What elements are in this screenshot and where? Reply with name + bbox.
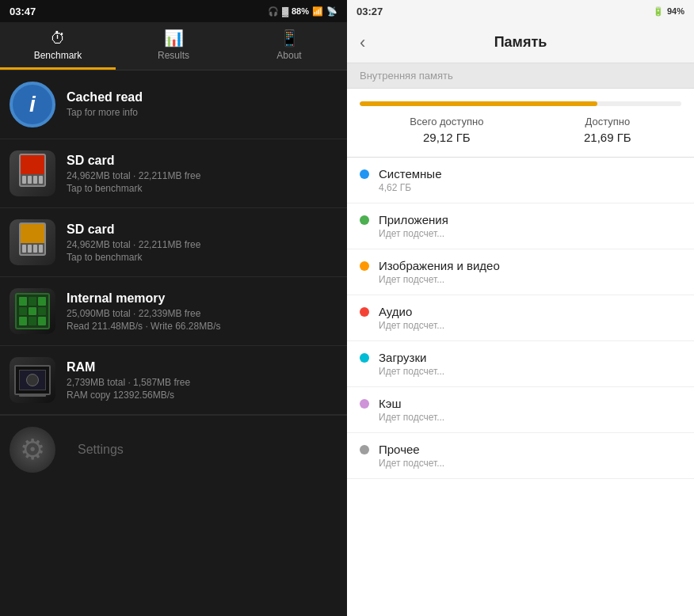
storage-item-name-cache: Кэш: [379, 397, 401, 410]
sd1-icon: [10, 150, 55, 196]
sd1-title: SD card: [67, 154, 337, 168]
ram-info: RAM 2,739MB total · 1,587MB free RAM cop…: [67, 360, 337, 401]
storage-item-name-images: Изображения и видео: [379, 259, 500, 272]
ram-subtitle: 2,739MB total · 1,587MB free: [67, 377, 337, 388]
internal-icon: [10, 288, 55, 334]
headphone-icon: 🎧: [268, 6, 279, 17]
storage-item-sub-images: Идет подсчет...: [379, 274, 681, 285]
bench-item-ram[interactable]: RAM 2,739MB total · 1,587MB free RAM cop…: [0, 346, 347, 415]
cached-read-subtitle: Tap for more info: [67, 107, 337, 118]
dot-downloads: [360, 353, 369, 363]
ram-action: RAM copy 12392.56MB/s: [67, 390, 337, 401]
settings-icon-container: ⚙: [10, 427, 55, 473]
back-button[interactable]: ‹: [360, 32, 365, 53]
tab-benchmark-label: Benchmark: [34, 50, 82, 61]
storage-bar-fill: [360, 101, 597, 106]
info-icon: i: [10, 82, 55, 127]
left-status-icons: 🎧 ▓ 88% 📶 📡: [268, 6, 337, 17]
storage-item-sub-other: Идет подсчет...: [379, 458, 681, 469]
storage-item-name-system: Системные: [379, 167, 441, 181]
bench-item-sd2[interactable]: SD card 24,962MB total · 22,211MB free T…: [0, 208, 347, 277]
storage-list: Системные 4,62 ГБ Приложения Идет подсче…: [347, 158, 694, 616]
status-bar-left: 03:47 🎧 ▓ 88% 📶 📡: [0, 0, 347, 22]
dot-images: [360, 261, 369, 271]
storage-item-name-apps: Приложения: [379, 213, 448, 226]
tab-benchmark[interactable]: ⏱ Benchmark: [0, 22, 116, 70]
internal-title: Internal memory: [67, 291, 337, 306]
sd2-subtitle: 24,962MB total · 22,211MB free: [67, 239, 337, 250]
tab-about-label: About: [276, 50, 301, 61]
left-panel: 03:47 🎧 ▓ 88% 📶 📡 ⏱ Benchmark 📊 Results …: [0, 0, 347, 616]
available-value: 21,69 ГБ: [584, 131, 631, 144]
dot-apps: [360, 215, 369, 225]
storage-summary: Всего доступно 29,12 ГБ Доступно 21,69 Г…: [347, 89, 694, 158]
sd2-action: Tap to benchmark: [67, 252, 337, 263]
about-icon: 📱: [280, 29, 299, 48]
internal-info: Internal memory 25,090MB total · 22,339M…: [67, 291, 337, 332]
ram-title: RAM: [67, 360, 337, 375]
storage-item-audio[interactable]: Аудио Идет подсчет...: [347, 295, 694, 341]
ram-icon: [10, 357, 55, 403]
results-icon: 📊: [164, 29, 184, 48]
sd1-action: Tap to benchmark: [67, 183, 337, 194]
right-panel: 03:27 🔋 94% ‹ Память Внутренняя память В…: [347, 0, 694, 616]
gear-icon: ⚙: [20, 433, 45, 466]
storage-item-sub-cache: Идет подсчет...: [379, 412, 681, 423]
total-label: Всего доступно: [410, 116, 483, 127]
right-header: ‹ Память: [347, 22, 694, 63]
storage-item-images[interactable]: Изображения и видео Идет подсчет...: [347, 249, 694, 295]
battery-icon: ▓: [282, 6, 288, 16]
storage-item-name-audio: Аудио: [379, 305, 412, 318]
section-label: Внутренняя память: [347, 63, 694, 89]
tab-bar: ⏱ Benchmark 📊 Results 📱 About: [0, 22, 347, 70]
sd2-icon: [10, 219, 55, 265]
settings-label: Settings: [78, 443, 124, 457]
tab-results[interactable]: 📊 Results: [116, 22, 231, 70]
dot-system: [360, 169, 369, 179]
settings-item[interactable]: ⚙ Settings: [0, 415, 347, 484]
sd2-title: SD card: [67, 222, 337, 237]
right-battery-icon: 🔋: [653, 6, 664, 17]
storage-stats: Всего доступно 29,12 ГБ Доступно 21,69 Г…: [360, 116, 681, 144]
right-title: Память: [494, 34, 547, 51]
left-time: 03:47: [10, 6, 36, 17]
battery-percent-left: 88%: [292, 6, 309, 16]
wifi-icon: 📶: [312, 6, 323, 17]
storage-item-apps[interactable]: Приложения Идет подсчет...: [347, 203, 694, 249]
total-stat: Всего доступно 29,12 ГБ: [410, 116, 483, 144]
cached-read-icon: i: [10, 82, 55, 127]
cached-read-info: Cached read Tap for more info: [67, 90, 337, 120]
sd2-info: SD card 24,962MB total · 22,211MB free T…: [67, 222, 337, 263]
storage-item-sub-apps: Идет подсчет...: [379, 228, 681, 239]
available-label: Доступно: [584, 116, 631, 127]
internal-action: Read 211.48MB/s · Write 66.28MB/s: [67, 321, 337, 332]
signal-icon: 📡: [326, 6, 337, 17]
right-time: 03:27: [357, 6, 383, 17]
storage-item-name-downloads: Загрузки: [379, 351, 426, 364]
tab-results-label: Results: [158, 50, 189, 61]
sd1-info: SD card 24,962MB total · 22,211MB free T…: [67, 154, 337, 194]
benchmark-icon: ⏱: [50, 29, 66, 48]
storage-item-other[interactable]: Прочее Идет подсчет...: [347, 433, 694, 479]
benchmark-list: i Cached read Tap for more info: [0, 70, 347, 616]
storage-bar: [360, 101, 681, 106]
storage-item-cache[interactable]: Кэш Идет подсчет...: [347, 387, 694, 433]
sd1-subtitle: 24,962MB total · 22,211MB free: [67, 170, 337, 181]
bench-item-internal[interactable]: Internal memory 25,090MB total · 22,339M…: [0, 277, 347, 346]
bench-item-sd1[interactable]: SD card 24,962MB total · 22,211MB free T…: [0, 139, 347, 208]
status-bar-right: 03:27 🔋 94%: [347, 0, 694, 22]
dot-other: [360, 445, 369, 454]
storage-item-system[interactable]: Системные 4,62 ГБ: [347, 158, 694, 203]
storage-item-sub-downloads: Идет подсчет...: [379, 366, 681, 377]
cached-read-title: Cached read: [67, 90, 337, 105]
right-status-icons: 🔋 94%: [653, 6, 684, 17]
total-value: 29,12 ГБ: [410, 131, 483, 144]
right-battery-percent: 94%: [667, 6, 684, 16]
dot-cache: [360, 399, 369, 409]
tab-about[interactable]: 📱 About: [231, 22, 347, 70]
dot-audio: [360, 307, 369, 317]
storage-item-downloads[interactable]: Загрузки Идет подсчет...: [347, 341, 694, 387]
storage-item-sub-audio: Идет подсчет...: [379, 320, 681, 331]
bench-item-cached-read[interactable]: i Cached read Tap for more info: [0, 70, 347, 139]
available-stat: Доступно 21,69 ГБ: [584, 116, 631, 144]
